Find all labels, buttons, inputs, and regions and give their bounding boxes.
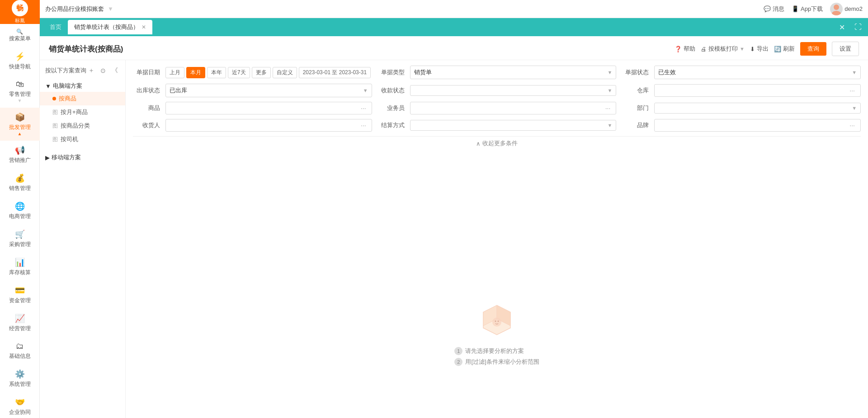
collect-status-label: 收款状态 [377, 86, 405, 95]
salesman-select[interactable]: ··· [410, 102, 617, 114]
scheme-panel: 按以下方案查询 ＋ ⊙ 《 ▼ 电脑端方案 [40, 60, 126, 418]
out-status-select[interactable]: 已出库 ▼ [165, 84, 372, 97]
scheme-item-by-goods[interactable]: 按商品 [40, 92, 125, 105]
sidebar-item-retail[interactable]: 🛍 零售管理 ▼ [0, 75, 40, 108]
doc-status-label: 单据状态 [622, 68, 649, 76]
help-btn[interactable]: ❓ 帮助 [675, 45, 695, 53]
date-btn-more[interactable]: 更多 [252, 67, 271, 78]
goods-select[interactable]: ··· [165, 102, 372, 114]
page-header-actions: ❓ 帮助 🖨 按模板打印 ▼ ⬇ 导出 🔄 刷新 [675, 42, 859, 56]
export-btn[interactable]: ⬇ 导出 [750, 45, 769, 53]
settings-btn[interactable]: 设置 [832, 42, 859, 56]
scheme-group-mobile-title[interactable]: ▶ 移动端方案 [40, 152, 125, 163]
app-logo: 畅 标胤 [0, 0, 40, 24]
doc-type-select[interactable]: 销货单 ▼ [410, 66, 617, 79]
header-right: 💬 消息 📱 App下载 demo2 [764, 3, 863, 15]
date-btn-last-month[interactable]: 上月 [165, 67, 184, 78]
warehouse-dots[interactable]: ··· [848, 87, 857, 94]
scheme-panel-header: 按以下方案查询 ＋ ⊙ 《 [40, 64, 125, 77]
sidebar-item-sales[interactable]: 💰 销售管理 [0, 169, 40, 197]
scheme-item-by-month-goods[interactable]: 图 按月+商品 [40, 105, 125, 119]
message-icon: 💬 [764, 5, 771, 12]
export-label: 导出 [757, 45, 769, 53]
refresh-btn[interactable]: 🔄 刷新 [774, 45, 795, 53]
scheme-item-by-driver[interactable]: 图 按司机 [40, 133, 125, 146]
template-print-btn[interactable]: 🖨 按模板打印 ▼ [701, 45, 745, 53]
warehouse-label: 仓库 [622, 86, 649, 95]
date-btn-this-year[interactable]: 本年 [207, 67, 226, 78]
sidebar-item-quick-nav[interactable]: ⚡ 快捷导航 [0, 47, 40, 75]
brand-dots[interactable]: ··· [848, 122, 857, 129]
filter-area: 单据日期 上月 本月 本年 近7天 更多 自定义 2023-03-01 至 20… [126, 60, 868, 245]
sidebar-search[interactable]: 🔍 搜索菜单 [0, 24, 40, 47]
sidebar-item-inventory[interactable]: 📊 库存核算 [0, 253, 40, 281]
tab-sales-stat[interactable]: 销货单统计表（按商品） ✕ [68, 20, 152, 34]
scheme-item-label-2: 按月+商品 [61, 108, 88, 116]
filter-row-1: 单据日期 上月 本月 本年 近7天 更多 自定义 2023-03-01 至 20… [133, 66, 861, 79]
scheme-item-icon-2: 图 [52, 122, 58, 130]
tab-close-all-btn[interactable]: ✕ [835, 21, 848, 33]
salesman-dots[interactable]: ··· [604, 104, 613, 112]
date-label: 单据日期 [133, 68, 160, 76]
tab-expand-btn[interactable]: ⛶ [852, 21, 864, 33]
refresh-label: 刷新 [783, 45, 795, 53]
tab-home-label: 首页 [50, 23, 61, 31]
dept-select[interactable]: ▼ [654, 103, 861, 114]
empty-state: 1 请先选择要分析的方案 2 用[过滤]条件来缩小分析范围 [126, 245, 868, 418]
warehouse-select[interactable]: ··· [654, 84, 861, 97]
sidebar-item-operations[interactable]: 📈 经营管理 [0, 309, 40, 337]
date-btn-custom[interactable]: 自定义 [273, 67, 297, 78]
payment-select[interactable]: ▼ [410, 120, 617, 131]
scheme-collapse-btn[interactable]: 《 [110, 66, 120, 76]
top-header: 办公用品行业模拟账套 ▼ 💬 消息 📱 App下载 demo2 [40, 0, 868, 18]
scheme-group-desktop-title[interactable]: ▼ 电脑端方案 [40, 80, 125, 92]
brand-control: ··· [654, 119, 861, 132]
collect-status-control: ▼ [410, 85, 617, 96]
tab-home[interactable]: 首页 [43, 20, 68, 34]
sidebar-item-wholesale[interactable]: 📦 批发管理 ▲ [0, 108, 40, 141]
date-range: 2023-03-01 至 2023-03-31 [299, 67, 371, 78]
brand-select[interactable]: ··· [654, 119, 861, 132]
sidebar-item-system[interactable]: ⚙️ 系统管理 [0, 365, 40, 393]
app-icon: 📱 [792, 5, 799, 12]
sidebar-item-ecommerce[interactable]: 🌐 电商管理 [0, 197, 40, 225]
collapse-btn[interactable]: ∧ 收起更多条件 [133, 136, 861, 150]
receiver-select[interactable]: ··· [165, 119, 372, 132]
date-btn-this-month[interactable]: 本月 [186, 67, 205, 78]
message-btn[interactable]: 💬 消息 [764, 5, 784, 13]
header-left: 办公用品行业模拟账套 ▼ [45, 5, 113, 13]
collect-status-select[interactable]: ▼ [410, 85, 617, 96]
receiver-dots[interactable]: ··· [359, 122, 368, 129]
scheme-item-by-category[interactable]: 图 按商品分类 [40, 119, 125, 133]
tab-bar-right: ✕ ⛶ [835, 21, 864, 33]
active-indicator [52, 97, 56, 100]
sidebar-item-basic[interactable]: 🗂 基础信息 [0, 337, 40, 365]
scheme-item-icon-1: 图 [52, 109, 58, 116]
app-download-btn[interactable]: 📱 App下载 [792, 5, 823, 13]
user-profile[interactable]: demo2 [830, 3, 863, 15]
svg-point-6 [495, 321, 496, 322]
warehouse-control: ··· [654, 84, 861, 97]
empty-hint-2: 2 用[过滤]条件来缩小分析范围 [454, 358, 539, 366]
out-status-arrow: ▼ [363, 88, 368, 93]
sidebar-item-purchase[interactable]: 🛒 采购管理 [0, 225, 40, 253]
scheme-add-btn[interactable]: ＋ [86, 66, 96, 76]
tab-close-icon[interactable]: ✕ [142, 24, 146, 30]
query-btn[interactable]: 查询 [800, 42, 826, 56]
sidebar-item-enterprise-cooperation[interactable]: 🤝 企业协同 [0, 393, 40, 418]
date-btn-7days[interactable]: 近7天 [228, 67, 250, 78]
filter-row-2: 出库状态 已出库 ▼ 收款状态 [133, 84, 861, 97]
page-header: 销货单统计表(按商品) ❓ 帮助 🖨 按模板打印 ▼ ⬇ 导出 [40, 36, 868, 60]
tab-sales-stat-label: 销货单统计表（按商品） [74, 23, 139, 31]
sidebar-item-finance[interactable]: 💳 资金管理 [0, 281, 40, 309]
sidebar-item-marketing[interactable]: 📢 营销推广 [0, 141, 40, 169]
svg-point-1 [832, 11, 841, 15]
goods-dots[interactable]: ··· [359, 104, 368, 112]
main-area: 办公用品行业模拟账套 ▼ 💬 消息 📱 App下载 demo2 首页 [40, 0, 868, 418]
avatar [830, 3, 843, 15]
salesman-control: ··· [410, 102, 617, 114]
filter-row-4: 收货人 ··· 结算方式 ▼ [133, 119, 861, 132]
scheme-item-label: 按商品 [59, 95, 76, 103]
doc-status-select[interactable]: 已生效 ▼ [654, 66, 861, 79]
scheme-settings-btn[interactable]: ⊙ [98, 66, 108, 76]
